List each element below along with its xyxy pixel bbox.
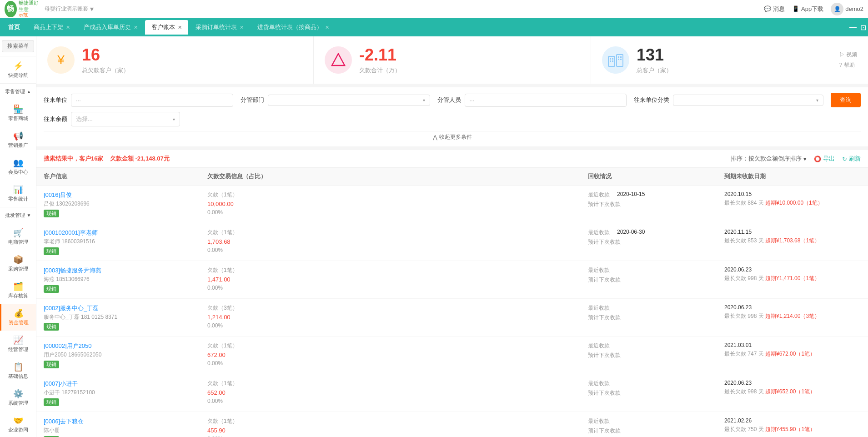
tab-close-icon[interactable]: ✕ (325, 25, 329, 30)
dept-select[interactable]: ▾ (268, 95, 430, 106)
customer-tag: 现销 (44, 210, 59, 217)
help-link[interactable]: ? 帮助 (839, 61, 857, 69)
repay-info: 最近收款 预计下次收款 (588, 304, 724, 323)
unit-category-select[interactable]: ▾ (673, 95, 823, 106)
repay-info: 最近收款 预计下次收款 (588, 417, 724, 437)
video-link[interactable]: ▷ 视频 (839, 51, 857, 59)
brand-name: 畅捷通好生意 示范 (19, 0, 41, 17)
filter-unit-category: 往来单位分类 ▾ (634, 95, 823, 106)
export-btn[interactable]: ⭕ 导出 (814, 155, 835, 163)
debt-customers-icon: ¥ (47, 46, 75, 74)
tab-stock-stats[interactable]: 进货单统计表（按商品） ✕ (251, 20, 336, 35)
sidebar-item-system[interactable]: ⚙️ 系统管理 (0, 384, 36, 411)
customer-tag: 现销 (44, 361, 59, 368)
source-unit-input[interactable]: ··· (71, 94, 233, 107)
user-btn[interactable]: 👤 demo2 (831, 3, 863, 15)
svg-rect-8 (620, 56, 622, 58)
overdue-amount-link[interactable]: 超期¥10,000.00（1笔） (765, 200, 823, 206)
customer-name-link[interactable]: [000002]用户2050 (44, 342, 207, 350)
sidebar-item-nav[interactable]: ⚡ 快捷导航 (0, 56, 36, 83)
tab-close-icon[interactable]: ✕ (134, 25, 138, 30)
tab-products-off[interactable]: 商品上下架 ✕ (27, 20, 76, 35)
maximize-icon[interactable]: ⊡ (860, 23, 866, 32)
search-button[interactable]: 查询 (831, 93, 861, 107)
table-row: [000002]用户2050 用户2050 18665062050 现销 欠款（… (36, 337, 868, 374)
sidebar-search: 搜索菜单 (0, 36, 36, 56)
overdue-amount-link[interactable]: 超期¥672.00（1笔） (765, 351, 815, 357)
industry-label: 母婴行业演示账套 (45, 5, 88, 13)
sidebar-item-inventory[interactable]: 🗂️ 库存核算 (0, 277, 36, 304)
sidebar-item-member[interactable]: 👥 会员中心 (0, 153, 36, 180)
sidebar-item-ecommerce[interactable]: 🛒 电商管理 (0, 223, 36, 250)
mall-icon: 🏪 (13, 104, 23, 114)
overdue-amount-link[interactable]: 超期¥1,214.00（3笔） (765, 313, 820, 319)
dropdown-arrow[interactable]: ▾ (90, 5, 94, 13)
content-area: ¥ 16 总欠款客户（家） -2.11 欠款合计（万） (36, 36, 868, 437)
app-container: 畅 畅捷通好生意 示范 母婴行业演示账套 ▾ 💬 消息 📱 App下载 👤 de… (0, 0, 868, 437)
sidebar-item-enterprise[interactable]: 🤝 企业协同 (0, 411, 36, 437)
overdue-amount-link[interactable]: 超期¥652.00（1笔） (765, 388, 815, 395)
app-download-btn[interactable]: 📱 App下载 (792, 5, 823, 13)
sidebar-item-purchase[interactable]: 📦 采购管理 (0, 250, 36, 277)
customer-info: [0006]去下粮仓 陈小册 现销 (44, 417, 207, 437)
debt-info: 欠款（3笔） 1,214.00 0.00% (207, 304, 588, 329)
person-input[interactable]: ··· (465, 94, 627, 107)
message-icon: 💬 (764, 5, 771, 12)
sort-select[interactable]: 排序：按欠款金额倒序排序 ▾ (731, 155, 807, 163)
tab-purchase-order[interactable]: 采购订单统计表 ✕ (189, 20, 250, 35)
tab-close-icon[interactable]: ✕ (178, 25, 182, 30)
customer-name-link[interactable]: [0007]小进干 (44, 380, 207, 388)
balance-select[interactable]: 选择... ▾ (71, 112, 180, 126)
stat-card-debt-customers: ¥ 16 总欠款客户（家） (36, 36, 314, 84)
sidebar-item-retail-mall[interactable]: 🏪 零售商城 (0, 100, 36, 126)
customer-name-link[interactable]: [0002]服务中心_丁磊 (44, 304, 207, 312)
question-icon: ? (839, 62, 843, 68)
customer-name-link[interactable]: [0003]畅捷服务尹海燕 (44, 266, 207, 275)
sidebar-item-basic[interactable]: 📋 基础信息 (0, 357, 36, 384)
refresh-icon: ↻ (842, 156, 847, 162)
sidebar-item-retail-mgmt[interactable]: 零售管理 ▲ (0, 84, 36, 100)
sidebar-item-batch-mgmt[interactable]: 批发管理 ▼ (0, 207, 36, 223)
chevron-down-icon: ▾ (173, 117, 175, 122)
refresh-btn[interactable]: ↻ 刷新 (842, 155, 861, 163)
table-row: [0007]小进干 小进干 18279152100 现销 欠款（1笔） 652.… (36, 374, 868, 412)
nav-icon: ⚡ (13, 61, 23, 71)
customer-info: [0007]小进干 小进干 18279152100 现销 (44, 380, 207, 406)
svg-rect-6 (612, 60, 613, 62)
customer-name-link[interactable]: [0006]去下粮仓 (44, 417, 207, 426)
top-bar-right: 💬 消息 📱 App下载 👤 demo2 (764, 3, 863, 15)
svg-rect-4 (612, 58, 613, 60)
overdue-info: 2020.11.15 最长欠款 853 天 超期¥1,703.68（1笔） (724, 229, 861, 245)
filter-area: 往来单位 ··· 分管部门 ▾ 分管人员 (36, 87, 868, 146)
tab-customer-account[interactable]: 客户账本 ✕ (145, 20, 188, 35)
message-btn[interactable]: 💬 消息 (764, 5, 785, 13)
customer-phone: 用户2050 18665062050 (44, 351, 207, 359)
overdue-amount-link[interactable]: 超期¥1,703.68（1笔） (765, 237, 820, 244)
overdue-amount-link[interactable]: 超期¥455.90（1笔） (765, 426, 815, 432)
tab-home[interactable]: 首页 (2, 20, 26, 35)
sidebar-item-marketing[interactable]: 📢 营销推广 (0, 126, 36, 153)
main-layout: 搜索菜单 ⚡ 快捷导航 零售管理 ▲ 🏪 零售商城 📢 营销推广 (0, 36, 868, 437)
debt-customers-value: 16 (82, 45, 129, 65)
total-customers-value: 131 (637, 45, 672, 65)
debt-info: 欠款（1笔） 652.00 0.00% (207, 380, 588, 404)
tab-close-icon[interactable]: ✕ (66, 25, 70, 30)
table-row: [0002]服务中心_丁磊 服务中心_丁磊 181 0125 8371 现销 欠… (36, 299, 868, 337)
chevron-down-icon: ▾ (816, 98, 818, 103)
customer-name-link[interactable]: [0016]吕俊 (44, 191, 207, 199)
sidebar-item-retail-stats[interactable]: 📊 零售统计 (0, 180, 36, 207)
sort-chevron-icon: ▾ (803, 156, 807, 162)
tab-stock-history[interactable]: 产成品入库单历史 ✕ (77, 20, 144, 35)
svg-rect-2 (617, 55, 623, 66)
sidebar-item-ops[interactable]: 📈 经营管理 (0, 331, 36, 357)
search-menu-btn[interactable]: 搜索菜单 (2, 40, 34, 52)
tab-close-icon[interactable]: ✕ (240, 25, 244, 30)
overdue-info: 2020.06.23 最长欠款 998 天 超期¥1,214.00（3笔） (724, 304, 861, 320)
sidebar-item-finance[interactable]: 💰 资金管理 (0, 304, 36, 331)
customer-info: [0016]吕俊 吕俊 13026203696 现销 (44, 191, 207, 217)
collapse-btn[interactable]: ⋀ 收起更多条件 (44, 131, 861, 143)
overdue-amount-link[interactable]: 超期¥1,471.00（1笔） (765, 275, 820, 281)
debt-info: 欠款（1笔） 455.90 0.00% (207, 417, 588, 437)
minimize-icon[interactable]: — (849, 23, 857, 32)
customer-name-link[interactable]: [0001020001]李老师 (44, 229, 207, 237)
